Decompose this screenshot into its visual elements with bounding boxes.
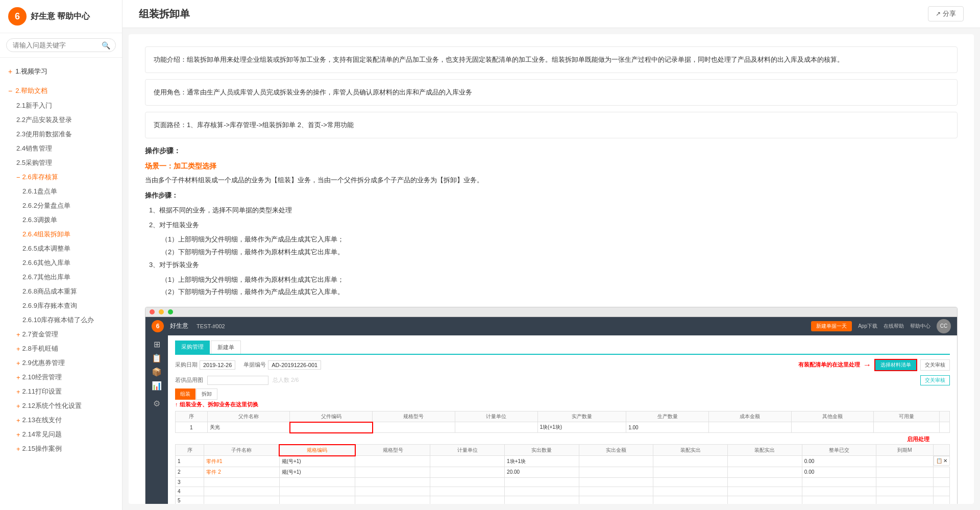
plus-icon-personalize: +: [16, 402, 20, 410]
sidebar-item-cost-recalc[interactable]: 2.6.8商品成本重算: [0, 284, 122, 299]
step-3-sub2: （2）下部明细为子件明细，最终作为产成品生成其它入库单。: [149, 286, 958, 299]
sidebar-item-inventory-check[interactable]: 2.6.9库存账本查询: [0, 299, 122, 313]
mock-help-center: 帮助中心: [910, 323, 930, 330]
sidebar-item-data-prep[interactable]: 2.3使用前数据准备: [0, 127, 122, 141]
sidebar-item-print[interactable]: + 2.11打印设置: [0, 384, 122, 399]
plus-icon: +: [8, 67, 12, 76]
sidebar-item-stocktake[interactable]: 2.6.1盘点单: [0, 184, 122, 199]
mock-select-material-btn[interactable]: 选择材料清单: [874, 359, 917, 371]
mock-assembly-btn[interactable]: 组装: [175, 388, 195, 400]
mock-date-value[interactable]: 2019-12-26: [200, 360, 235, 370]
plus-icon-print: +: [16, 388, 20, 396]
mock-sidebar-icon-2[interactable]: 📋: [152, 353, 162, 363]
topbar: 组装拆卸单 ↗ 分享: [122, 0, 980, 28]
plus-icon-mobile: +: [16, 345, 20, 353]
step-1: 1、根据不同的业务，选择不同单据的类型来处理: [149, 204, 958, 217]
sidebar-item-inventory[interactable]: − 2.6库存核算: [0, 170, 122, 184]
mock-icon-sidebar: ⊞ 📋 📦 📊 ⚙: [145, 335, 168, 504]
sidebar-item-sales[interactable]: 2.4销售管理: [0, 141, 122, 156]
mock-logo: 6: [152, 320, 164, 332]
minus-icon: −: [8, 87, 12, 95]
mock-topbar-id: TEST-#002: [197, 323, 225, 329]
content-scroll-area: 功能介绍：组装拆卸单用来处理企业组装或拆卸等加工业务，支持有固定装配清单的产品加…: [129, 34, 974, 504]
mock-app-download: App下载: [858, 323, 877, 330]
mock-submit-btn[interactable]: 交关审核: [920, 359, 950, 371]
operation-steps-title: 操作步骤：: [145, 147, 958, 156]
sidebar-item-operation[interactable]: + 2.10经营管理: [0, 370, 122, 384]
sidebar-item-cost-adjust[interactable]: 2.6.5成本调整单: [0, 241, 122, 256]
mock-tab-manage[interactable]: 采购管理: [175, 341, 210, 354]
sidebar-item-inventory-wrong[interactable]: 2.6.10库存账本错了么办: [0, 313, 122, 327]
sidebar-item-split-stock[interactable]: 2.6.2分量盘点单: [0, 199, 122, 213]
main-content-area: 组装拆卸单 ↗ 分享 功能介绍：组装拆卸单用来处理企业组装或拆卸等加工业务，支持…: [122, 0, 980, 510]
mock-order-field: 单据编号 AD-20191226-001: [243, 360, 321, 370]
mock-copy-icon[interactable]: 📋: [936, 458, 942, 464]
operation-steps-label2: 操作步骤：: [145, 189, 958, 201]
mock-supply-input[interactable]: [207, 376, 268, 385]
plus-icon-operation: +: [16, 374, 20, 381]
share-button[interactable]: ↗ 分享: [928, 6, 964, 21]
scene-one-desc: 当由多个子件材料组装成一个成品的业务为【组装】业务，当由一个父件拆分成多个子产品…: [145, 174, 958, 186]
step-3: 3、对于拆装业务: [149, 259, 958, 272]
mock-sidebar-icon-3[interactable]: 📦: [152, 367, 162, 377]
sidebar-item-purchase[interactable]: 2.5采购管理: [0, 156, 122, 170]
mock-order-value[interactable]: AD-20191226-001: [268, 360, 321, 370]
sidebar-item-online-pay[interactable]: + 2.13在线支付: [0, 413, 122, 427]
plus-icon-cases: +: [16, 445, 20, 453]
mock-disassembly-btn[interactable]: 拆卸: [196, 388, 217, 400]
page-title: 组装拆卸单: [139, 7, 190, 21]
mock-confirm-btn[interactable]: 交关审核: [920, 375, 950, 385]
nav-section-docs: − 2.帮助文档 2.1新手入门 2.2产品安装及登录 2.3使用前数据准备 2…: [0, 81, 122, 458]
sidebar-item-cases[interactable]: + 2.15操作案例: [0, 442, 122, 456]
plus-icon-faq: +: [16, 431, 20, 439]
mock-sidebar-icon-5[interactable]: ⚙: [153, 399, 160, 408]
minus-icon-inventory: −: [16, 174, 20, 181]
page-path-text: 页面路径：1、库存核算->库存管理->组装拆卸单 2、首页->常用功能: [154, 121, 354, 129]
screenshot-container: 6 好生意 TEST-#002 新建单据一天 App下载 在线帮助 帮助中心 C…: [145, 307, 958, 504]
annotation-3: 启用处理: [907, 435, 929, 443]
mock-date-field: 采购日期 2019-12-26: [175, 360, 235, 370]
search-button[interactable]: 🔍: [102, 41, 110, 50]
annotation-1: 有装配清单的在这里处理: [798, 361, 860, 369]
search-input[interactable]: [6, 38, 116, 52]
sidebar-item-coupon[interactable]: + 2.9优惠券管理: [0, 356, 122, 370]
sidebar-item-other-in[interactable]: 2.6.6其他入库单: [0, 256, 122, 270]
mock-parent-row-1: 1 关光 1块(+1块) 1.00: [176, 422, 950, 433]
sidebar-item-install[interactable]: 2.2产品安装及登录: [0, 113, 122, 127]
sidebar-item-mobile[interactable]: + 2.8手机旺铺: [0, 342, 122, 356]
sidebar-item-newbie[interactable]: 2.1新手入门: [0, 99, 122, 113]
mock-order-label: 单据编号: [243, 361, 266, 369]
plus-icon-finance: +: [16, 331, 20, 338]
sidebar-item-docs-label: 2.帮助文档: [15, 86, 47, 95]
sidebar: 6 好生意 帮助中心 🔍 + 1.视频学习 − 2.帮助文档 2.1新手入门 2…: [0, 0, 122, 510]
sidebar-item-video[interactable]: + 1.视频学习: [0, 64, 122, 79]
sidebar-item-transfer[interactable]: 2.6.3调拨单: [0, 213, 122, 227]
sidebar-item-other-out[interactable]: 2.6.7其他出库单: [0, 270, 122, 284]
use-role-block: 使用角色：通常由生产人员或库管人员完成拆装业务的操作，库管人员确认原材料的出库和…: [145, 79, 958, 106]
feature-intro-text: 功能介绍：组装拆卸单用来处理企业组装或拆卸等加工业务，支持有固定装配清单的产品加…: [154, 56, 844, 63]
mock-sidebar-icon-1[interactable]: ⊞: [154, 339, 160, 349]
mock-avatar: CC: [937, 319, 951, 333]
mock-delete-icon[interactable]: ✕: [943, 458, 947, 464]
mock-supply-label: 若供品用图: [175, 376, 203, 384]
mock-date-label: 采购日期: [175, 361, 198, 369]
mock-child-row-5: 5: [176, 496, 950, 504]
step-2-sub1: （1）上部明细为父件明细，最终作为产成品生成其它入库单；: [149, 233, 958, 246]
mock-new-order-btn[interactable]: 新建单据一天: [811, 321, 852, 331]
annotation-2: ↑ 组装业务、拆卸业务在这里切换: [175, 401, 258, 408]
mock-brand-text: 好生意: [170, 322, 188, 330]
step-2: 2、对于组装业务: [149, 219, 958, 232]
sidebar-item-assembly[interactable]: 2.6.4组装拆卸单: [0, 227, 122, 241]
step-3-sub1: （1）上部明细为父件明细，最终作为原材料生成其它出库单；: [149, 274, 958, 286]
mock-child-table: 序 子件名称 规格编码 规格型号 计量单位 实出数量 实出金额 装配实出 装配实: [175, 444, 950, 504]
mock-tab-new[interactable]: 新建单: [211, 341, 241, 354]
mock-sidebar-icon-4[interactable]: 📊: [152, 381, 162, 391]
sidebar-header: 6 好生意 帮助中心: [0, 0, 122, 33]
sidebar-item-finance[interactable]: + 2.7资金管理: [0, 327, 122, 342]
sidebar-item-faq[interactable]: + 2.14常见问题: [0, 427, 122, 442]
sidebar-item-docs[interactable]: − 2.帮助文档: [0, 83, 122, 99]
mock-parent-table: 序 父件名称 父件编码 规格型号 计量单位 实产数量 生产数量 成本金额 其他金…: [175, 411, 950, 433]
mock-count-label: 总人数 2/6: [273, 376, 299, 384]
scene-one-label: 场景一：加工类型选择: [145, 162, 958, 171]
sidebar-item-personalize[interactable]: + 2.12系统个性化设置: [0, 399, 122, 413]
